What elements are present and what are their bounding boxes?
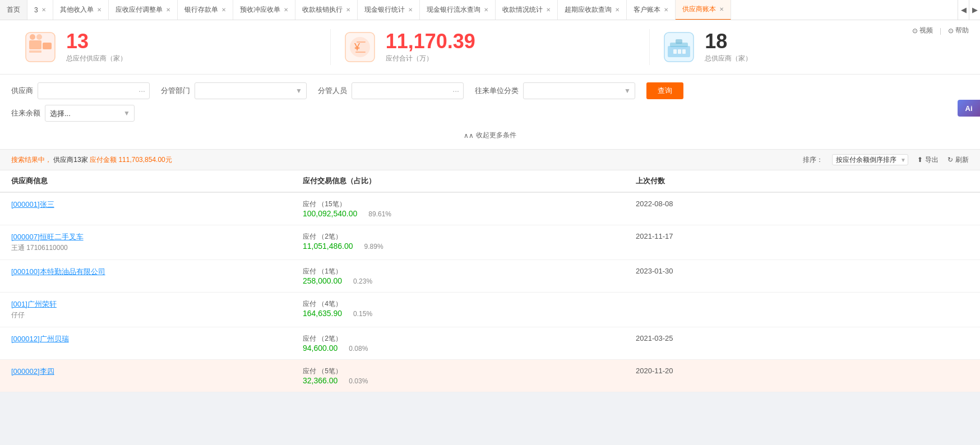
nav-tab-bank-deposit[interactable]: 银行存款单 ✕	[178, 0, 233, 20]
supplier-name-2[interactable]: [000007]恒旺二手叉车	[11, 232, 303, 242]
supplier-info-4: [001]广州荣轩 仔仔	[11, 299, 303, 320]
nav-tab-supplier-account[interactable]: 供应商账本 ✕	[676, 0, 731, 20]
tx-pct-2: 9.89%	[364, 243, 383, 251]
nav-tab-cash-bank-stat[interactable]: 现金银行统计 ✕	[358, 0, 420, 20]
tx-label-6: 应付 （5笔）	[303, 367, 636, 376]
supplier-info-1: [000001]张三	[11, 200, 303, 211]
filter-supplier: 供应商 ···	[11, 82, 150, 99]
help-link[interactable]: ⊙ 帮助	[948, 26, 969, 35]
refresh-button[interactable]: ↻ 刷新	[947, 155, 969, 165]
nav-tab-collect-verify[interactable]: 收款核销执行 ✕	[295, 0, 358, 20]
tx-amount-2[interactable]: 11,051,486.00	[303, 242, 353, 251]
collapse-button[interactable]: ∧∧ 收起更多条件	[464, 131, 516, 140]
stat-content-ap-suppliers: 13 总应付供应商（家）	[66, 31, 127, 63]
supplier-info-2: [000007]恒旺二手叉车 王通 17106110000	[11, 232, 303, 253]
person-input[interactable]	[352, 82, 464, 99]
help-icon: ⊙	[948, 27, 954, 35]
supplier-name-1[interactable]: [000001]张三	[11, 200, 303, 210]
stat-content-ap-amount: 11,170.39 应付合计（万）	[386, 31, 475, 63]
close-tab-cash-bank-flow[interactable]: ✕	[484, 7, 488, 13]
tx-row-6: 32,366.00 0.03%	[303, 376, 636, 385]
balance-select-wrap: 选择... ▼	[45, 105, 135, 122]
supplier-name-4[interactable]: [001]广州荣轩	[11, 299, 303, 309]
last-pay-1: 2022-08-08	[636, 200, 969, 208]
tx-label-1: 应付 （15笔）	[303, 200, 636, 209]
svg-rect-17	[676, 39, 682, 44]
nav-tab-3[interactable]: 3 ✕	[27, 0, 53, 20]
total-suppliers-label: 总供应商（家）	[705, 54, 752, 63]
svg-rect-3	[43, 43, 52, 49]
close-tab-bank-deposit[interactable]: ✕	[221, 7, 226, 13]
last-pay-6: 2020-11-20	[636, 367, 969, 375]
close-tab-3[interactable]: ✕	[41, 7, 46, 13]
unit-class-label: 往来单位分类	[475, 86, 519, 96]
filter-row-2: 往来余额 选择... ▼	[11, 105, 969, 122]
nav-tab-collect-stat[interactable]: 收款情况统计 ✕	[496, 0, 558, 20]
tx-amount-1[interactable]: 100,092,540.00	[303, 209, 357, 218]
ap-tx-info-5: 应付 （2笔） 94,600.00 0.08%	[303, 334, 636, 353]
video-link[interactable]: ⊙ 视频	[912, 26, 933, 35]
tx-amount-4[interactable]: 164,635.90	[303, 309, 342, 318]
nav-arrow-left[interactable]: ◀	[958, 0, 969, 20]
filter-person: 分管人员 ···	[318, 82, 464, 99]
ap-suppliers-label: 总应付供应商（家）	[66, 54, 127, 63]
supplier-name-5[interactable]: [000012]广州贝瑞	[11, 334, 303, 344]
sort-select[interactable]: 按应付余额倒序排序	[832, 154, 908, 165]
ap-amount-icon: ¥	[342, 29, 378, 65]
close-tab-supplier-account[interactable]: ✕	[719, 6, 724, 12]
ap-amount-number: 11,170.39	[386, 31, 475, 52]
filter-balance: 往来余额 选择... ▼	[11, 105, 135, 122]
close-tab-collect-verify[interactable]: ✕	[346, 7, 350, 13]
nav-tab-overdue-query[interactable]: 超期应收款查询 ✕	[558, 0, 627, 20]
tx-amount-6[interactable]: 32,366.00	[303, 376, 338, 385]
top-navigation: 首页 3 ✕ 其他收入单 ✕ 应收应付调整单 ✕ 银行存款单 ✕ 预收冲应收单 …	[0, 0, 980, 20]
dept-select[interactable]	[195, 82, 307, 99]
close-tab-cash-bank-stat[interactable]: ✕	[408, 7, 413, 13]
table-row: [001]广州荣轩 仔仔 应付 （4笔） 164,635.90 0.15%	[0, 293, 980, 327]
close-tab-overdue-query[interactable]: ✕	[615, 7, 620, 13]
svg-rect-1	[29, 40, 41, 49]
balance-select[interactable]: 选择...	[45, 105, 135, 122]
balance-label: 往来余额	[11, 108, 40, 118]
nav-tab-advance-collect[interactable]: 预收冲应收单 ✕	[233, 0, 295, 20]
person-input-wrap: ···	[352, 82, 464, 99]
supplier-input[interactable]	[38, 82, 150, 99]
total-suppliers-number: 18	[705, 31, 752, 52]
tx-amount-5[interactable]: 94,600.00	[303, 344, 338, 353]
close-tab-collect-stat[interactable]: ✕	[546, 7, 551, 13]
top-right-links: ⊙ 视频 | ⊙ 帮助	[912, 26, 969, 35]
ap-amount-label: 应付合计（万）	[386, 54, 475, 63]
tx-amount-3[interactable]: 258,000.00	[303, 276, 342, 285]
nav-tab-home[interactable]: 首页	[0, 0, 27, 20]
nav-tab-cash-bank-flow[interactable]: 现金银行流水查询 ✕	[420, 0, 496, 20]
table-row: [000100]本特勤油品有限公司 应付 （1笔） 258,000.00 0.2…	[0, 260, 980, 293]
close-tab-customer-account[interactable]: ✕	[664, 7, 668, 13]
result-bar: 搜索结果中， 供应商13家 应付金额 111,703,854.00元 排序： 按…	[0, 150, 980, 170]
dept-select-wrap: ▼	[195, 82, 307, 99]
tx-label-4: 应付 （4笔）	[303, 299, 636, 309]
video-icon: ⊙	[912, 27, 918, 35]
nav-tab-other-income[interactable]: 其他收入单 ✕	[53, 0, 109, 20]
supplier-name-6[interactable]: [000002]李四	[11, 367, 303, 377]
nav-tab-ap-adjust[interactable]: 应收应付调整单 ✕	[109, 0, 178, 20]
table-area: 供应商信息 应付交易信息（占比） 上次付数 [000001]张三 应付 （15笔…	[0, 170, 980, 392]
close-tab-ap-adjust[interactable]: ✕	[166, 7, 170, 13]
search-button[interactable]: 查询	[646, 82, 683, 99]
filter-row-1: 供应商 ··· 分管部门 ▼ 分管人员 ···	[11, 82, 969, 99]
filter-unit-class: 往来单位分类 ▼	[475, 82, 635, 99]
last-pay-3: 2023-01-30	[636, 267, 969, 275]
stats-area: 13 总应付供应商（家） ¥ 11,170.39 应付合计（万）	[0, 20, 980, 75]
collapse-up-icon: ∧∧	[464, 132, 474, 140]
ai-button[interactable]: Ai	[958, 100, 980, 117]
export-button[interactable]: ⬆ 导出	[917, 155, 939, 165]
collapse-row: ∧∧ 收起更多条件	[11, 127, 969, 143]
nav-arrow-right[interactable]: ▶	[969, 0, 980, 20]
tx-row-4: 164,635.90 0.15%	[303, 309, 636, 318]
person-dots-icon[interactable]: ···	[452, 86, 459, 95]
close-tab-advance-collect[interactable]: ✕	[284, 7, 288, 13]
nav-tab-customer-account[interactable]: 客户账本 ✕	[627, 0, 676, 20]
supplier-name-3[interactable]: [000100]本特勤油品有限公司	[11, 267, 303, 277]
unit-class-select[interactable]	[523, 82, 635, 99]
close-tab-other-income[interactable]: ✕	[97, 7, 101, 13]
supplier-dots-icon[interactable]: ···	[138, 86, 145, 95]
